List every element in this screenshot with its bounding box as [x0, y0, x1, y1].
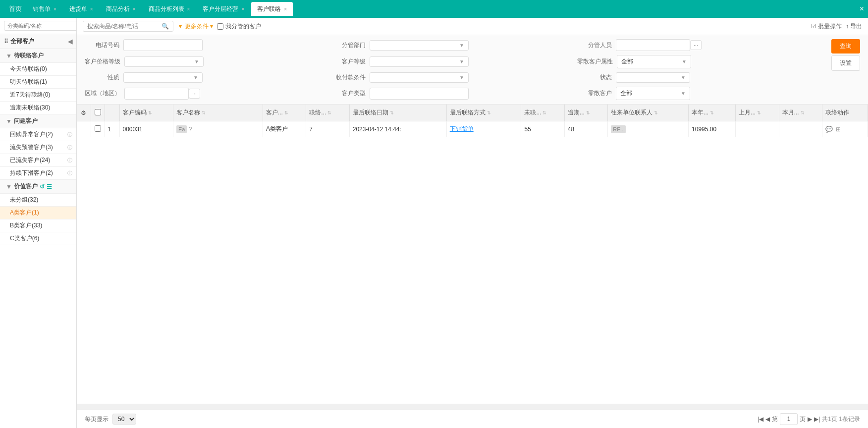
refresh-icon[interactable]: ↺ — [40, 183, 45, 190]
customer-level-select[interactable]: ▼ — [370, 56, 469, 67]
collapse-icon[interactable]: ◀ — [68, 38, 72, 45]
home-tab[interactable]: 首页 — [4, 4, 27, 13]
more-conditions-btn[interactable]: ▼ 更多条件 ▾ — [177, 22, 213, 31]
dept-select[interactable]: ▼ — [370, 40, 469, 51]
sidebar-item-overdue[interactable]: 逾期未联络(30) — [0, 102, 76, 114]
sidebar: 🔍 ⠿ 全部客户 ◀ ▼ 待联络客户 今天待联络(0) 明天待联络(1) 近7天… — [0, 18, 77, 428]
col-type[interactable]: 客户... ⇅ — [263, 105, 306, 121]
col-last-date[interactable]: 最后联络日期 ⇅ — [349, 105, 446, 121]
sidebar-item-c-class[interactable]: C类客户(6) — [0, 232, 76, 245]
qr-icon[interactable]: ⊞ — [836, 126, 841, 133]
select-all-checkbox[interactable] — [95, 109, 101, 115]
query-button[interactable]: 查询 — [831, 39, 860, 54]
tab-customer-contact-close[interactable]: × — [284, 6, 287, 12]
nature-select[interactable]: ▼ — [123, 72, 203, 83]
page-prev-btn[interactable]: ◀ — [765, 416, 770, 423]
close-all-tabs[interactable]: × — [860, 4, 864, 13]
tab-customer-manage[interactable]: 客户分层经营 × — [197, 2, 250, 16]
row-this-year: 10995.00 — [689, 121, 736, 137]
sidebar-item-declining[interactable]: 持续下滑客户(2) ⓘ — [0, 167, 76, 180]
manager-dots-btn[interactable]: ··· — [690, 40, 702, 50]
batch-op-btn[interactable]: ☑ 批量操作 — [811, 22, 842, 31]
sidebar-item-churned[interactable]: 已流失客户(24) ⓘ — [0, 154, 76, 167]
col-last-method[interactable]: 最后联络方式 ⇅ — [446, 105, 521, 121]
group-problem-customers[interactable]: ▼ 问题客户 — [0, 114, 76, 128]
col-code[interactable]: 客户编码 ⇅ — [119, 105, 173, 121]
export-btn[interactable]: ↑ 导出 — [846, 22, 862, 31]
group-value-customers[interactable]: ▼ 价值客户 ↺ ☰ — [0, 180, 76, 194]
tab-sales-close[interactable]: × — [54, 6, 56, 12]
col-this-year[interactable]: 本年... ⇅ — [689, 105, 736, 121]
dept-label: 分管部门 — [331, 41, 366, 50]
my-customers-checkbox-label[interactable]: 我分管的客户 — [217, 22, 261, 31]
filter-btn-group: 查询 设置 — [831, 39, 860, 71]
settings-icon[interactable]: ☰ — [47, 183, 52, 190]
col-company-contact[interactable]: 往来单位联系人 ⇅ — [608, 105, 689, 121]
filter-search-container: 🔍 — [83, 21, 173, 32]
tab-analysis-list[interactable]: 商品分析列表 × — [143, 2, 196, 16]
col-this-month[interactable]: 本月... ⇅ — [779, 105, 822, 121]
filter-search-input[interactable] — [87, 23, 162, 30]
main-layout: 🔍 ⠿ 全部客户 ◀ ▼ 待联络客户 今天待联络(0) 明天待联络(1) 近7天… — [0, 18, 868, 428]
sidebar-search-input[interactable] — [4, 21, 77, 31]
dots-icon: ⠿ — [4, 38, 8, 45]
payment-label: 收付款条件 — [331, 73, 366, 82]
filter-cell-retail: 零散客户 全部 ▼ — [577, 87, 823, 100]
sidebar-item-b-class[interactable]: B类客户(33) — [0, 219, 76, 232]
tab-analysis[interactable]: 商品分析 × — [100, 2, 142, 16]
page-last-btn[interactable]: ▶| — [814, 416, 820, 423]
retail-attr-select[interactable]: 全部 ▼ — [617, 55, 691, 68]
caret-icon: ▼ — [193, 75, 198, 80]
region-dots-btn[interactable]: ··· — [189, 89, 200, 99]
tab-purchase-close[interactable]: × — [90, 6, 93, 12]
horizontal-scrollbar[interactable] — [77, 404, 868, 410]
page-number-input[interactable] — [780, 413, 798, 425]
page-size-select[interactable]: 50 — [112, 414, 136, 425]
group-pending-contact[interactable]: ▼ 待联络客户 — [0, 49, 76, 63]
all-customers-header[interactable]: ⠿ 全部客户 ◀ — [0, 34, 76, 49]
footer-bar: 每页显示 50 |◀ ◀ 第 页 ▶ ▶| 共1页 1条记录 — [77, 410, 868, 428]
chat-icon[interactable]: 💬 — [825, 126, 833, 133]
search-icon[interactable]: 🔍 — [162, 23, 169, 30]
row-checkbox[interactable] — [95, 125, 101, 132]
sidebar-item-today[interactable]: 今天待联络(0) — [0, 63, 76, 76]
col-last-month[interactable]: 上月... ⇅ — [736, 105, 779, 121]
tab-purchase[interactable]: 进货单 × — [63, 2, 99, 16]
status-select[interactable]: ▼ — [616, 72, 690, 83]
setting-button[interactable]: 设置 — [831, 55, 860, 71]
page-first-btn[interactable]: |◀ — [758, 416, 763, 423]
phone-input[interactable] — [123, 39, 203, 51]
customer-type-input[interactable] — [370, 88, 469, 100]
col-overdue[interactable]: 逾期... ⇅ — [564, 105, 607, 121]
retail-attr-label: 零散客户属性 — [577, 57, 613, 66]
col-contact[interactable]: 联络... ⇅ — [306, 105, 349, 121]
filter-cell-customer-type: 客户类型 — [331, 88, 577, 100]
scrollbar-inner — [77, 404, 868, 410]
retail-select[interactable]: 全部 ▼ — [616, 87, 690, 100]
manager-label: 分管人员 — [577, 41, 612, 50]
price-level-select[interactable]: ▼ — [124, 56, 204, 67]
col-no-contact[interactable]: 未联... ⇅ — [521, 105, 564, 121]
tab-customer-contact[interactable]: 客户联络 × — [251, 2, 293, 16]
sidebar-item-abnormal[interactable]: 回购异常客户(2) ⓘ — [0, 128, 76, 141]
sidebar-item-churn-warning[interactable]: 流失预警客户(3) ⓘ — [0, 141, 76, 154]
tab-analysis-list-close[interactable]: × — [187, 6, 190, 12]
sidebar-item-a-class[interactable]: A类客户(1) — [0, 207, 76, 219]
sidebar-item-ungrouped[interactable]: 未分组(32) — [0, 194, 76, 207]
region-input[interactable] — [124, 88, 189, 100]
payment-select[interactable]: ▼ — [370, 72, 469, 83]
gear-icon[interactable]: ⚙ — [81, 109, 86, 116]
sort-icon: ⇅ — [586, 110, 590, 115]
col-name[interactable]: 客户名称 ⇅ — [173, 105, 263, 121]
tab-sales[interactable]: 销售单 × — [27, 2, 62, 16]
sidebar-item-tomorrow[interactable]: 明天待联络(1) — [0, 76, 76, 89]
last-method-link[interactable]: 下销货单 — [450, 125, 474, 132]
tab-customer-manage-close[interactable]: × — [241, 6, 244, 12]
page-next-btn[interactable]: ▶ — [808, 416, 812, 423]
col-action[interactable]: 联络动作 — [822, 105, 868, 121]
my-customers-checkbox[interactable] — [217, 23, 223, 30]
tab-analysis-close[interactable]: × — [133, 6, 136, 12]
manager-input[interactable] — [616, 39, 690, 51]
sidebar-item-7days[interactable]: 近7天待联络(0) — [0, 89, 76, 102]
row-seq: 1 — [105, 121, 119, 137]
